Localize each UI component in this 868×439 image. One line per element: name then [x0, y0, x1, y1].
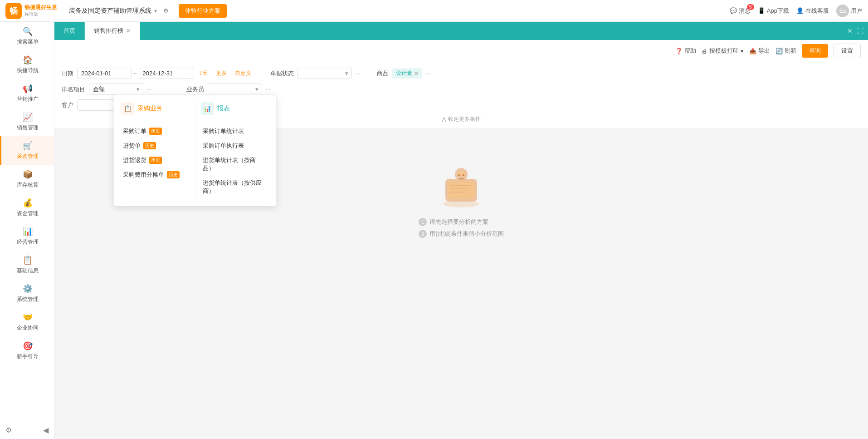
- salesperson-select[interactable]: [208, 84, 262, 95]
- sidebar-item-sales[interactable]: 📈 销售管理: [0, 108, 54, 136]
- sidebar-label-management: 经营管理: [17, 238, 39, 246]
- sidebar-item-marketing[interactable]: 📢 营销推广: [0, 79, 54, 108]
- doc-status-label: 单据状态: [270, 69, 294, 78]
- salesperson-dots[interactable]: ···: [266, 86, 271, 93]
- logo-main-text: 畅捷通好生意: [24, 4, 57, 10]
- tab-sales-ranking[interactable]: 销售排行榜 ✕: [85, 22, 140, 40]
- help-btn[interactable]: ❓ 帮助: [675, 47, 696, 55]
- tip-num-1: 1: [419, 218, 427, 226]
- quick-date-7days[interactable]: 7天: [197, 69, 211, 78]
- system-name-arrow[interactable]: ▾: [154, 8, 157, 14]
- collapse-sidebar-icon[interactable]: ◀: [43, 426, 49, 434]
- sidebar: 🔍 搜索菜单 🏠 快捷导航 📢 营销推广 📈 销售管理 🛒 采购管理 📦 库存核…: [0, 22, 54, 439]
- refresh-icon: 🔄: [775, 48, 783, 54]
- goods-tag-close[interactable]: ✕: [414, 70, 419, 77]
- print-btn[interactable]: 🖨 按模板打印 ▾: [702, 47, 744, 55]
- toolbar: ❓ 帮助 🖨 按模板打印 ▾ 📤 导出 🔄 刷新 查询 设置: [54, 40, 868, 62]
- refresh-btn[interactable]: 🔄 刷新: [775, 47, 796, 55]
- tab-right-actions: ✕ ⛶: [843, 22, 868, 40]
- sidebar-item-inventory[interactable]: 📦 库存核算: [0, 165, 54, 193]
- tab-close-icon[interactable]: ✕: [126, 28, 131, 34]
- sidebar-item-guide[interactable]: 🎯 新手引导: [0, 336, 54, 365]
- sidebar-label-purchase: 采购管理: [17, 153, 39, 160]
- industry-btn[interactable]: 体验行业方案: [179, 4, 227, 18]
- dropdown-item-po[interactable]: 采购订单 历史: [121, 124, 190, 138]
- user-btn[interactable]: Ea 用户: [836, 5, 863, 17]
- dropdown-item-receipt-supplier[interactable]: 进货单统计表（按供应商）: [201, 176, 269, 198]
- logo-area: 畅 畅捷通好生意 标准版: [5, 3, 60, 19]
- expense-history-badge: 历史: [167, 171, 180, 178]
- logo-sub-text: 标准版: [24, 11, 57, 17]
- customer-label: 客户: [62, 101, 73, 109]
- svg-point-5: [458, 174, 460, 176]
- collapse-arrow-icon: ⋀: [442, 116, 446, 123]
- goods-label: 商品: [377, 69, 389, 78]
- sidebar-label-system: 系统管理: [17, 296, 39, 303]
- dropdown-item-expense[interactable]: 采购费用分摊单 历史: [121, 168, 190, 182]
- logo-text-area: 畅捷通好生意 标准版: [24, 4, 57, 17]
- app-download-btn[interactable]: 📱 App下载: [758, 7, 789, 15]
- print-icon: 🖨: [702, 48, 707, 54]
- salesperson-select-wrapper: [208, 84, 262, 95]
- quick-date-more[interactable]: 更多: [213, 69, 229, 78]
- date-label: 日期: [62, 69, 73, 78]
- settings-btn[interactable]: 设置: [834, 44, 861, 58]
- query-btn[interactable]: 查询: [802, 44, 828, 58]
- online-service-btn[interactable]: 👤 在线客服: [796, 7, 829, 15]
- search-icon: 🔍: [23, 26, 33, 36]
- tab-maximize-icon[interactable]: ⛶: [857, 27, 863, 35]
- header-system-name: 装备及固定资产辅助管理系统 ▾ ⚙ 体验行业方案: [69, 4, 730, 18]
- guide-icon: 🎯: [23, 341, 33, 351]
- phone-icon: 📱: [758, 7, 765, 14]
- dropdown-col-purchase: 📋 采购业务 采购订单 历史 进货单 历史: [121, 102, 190, 198]
- dropdown-item-po-exec[interactable]: 采购订单执行表: [201, 138, 269, 153]
- sidebar-label-collab: 企业协同: [17, 324, 39, 332]
- doc-status-select[interactable]: [297, 68, 352, 79]
- online-service-label: 在线客服: [805, 7, 829, 15]
- settings-bottom-icon[interactable]: ⚙: [5, 426, 12, 434]
- export-label: 导出: [758, 47, 770, 55]
- settings-icon-btn[interactable]: ⚙: [160, 5, 172, 17]
- rank-select[interactable]: 金额: [89, 84, 143, 95]
- rank-dots[interactable]: ···: [147, 86, 152, 93]
- empty-tip-1: 1 请先选择要分析的方案: [419, 218, 503, 226]
- collapse-btn[interactable]: ⋀ 收起更多条件: [442, 115, 481, 123]
- dropdown-col-purchase-header: 📋 采购业务: [121, 102, 190, 118]
- base-icon: 📋: [23, 255, 33, 265]
- dropdown-item-receipt[interactable]: 进货单 历史: [121, 138, 190, 153]
- doc-status-dots[interactable]: ···: [356, 70, 361, 77]
- dropdown-item-receipt-goods[interactable]: 进货单统计表（按商品）: [201, 153, 269, 176]
- message-btn[interactable]: 💬 消息 5: [730, 7, 751, 15]
- sidebar-item-management[interactable]: 📊 经营管理: [0, 222, 54, 251]
- sidebar-item-collab[interactable]: 🤝 企业协同: [0, 308, 54, 336]
- dropdown-item-return[interactable]: 进货退货 历史: [121, 153, 190, 168]
- date-separator: ~: [133, 70, 137, 77]
- sidebar-item-nav[interactable]: 🏠 快捷导航: [0, 50, 54, 79]
- sidebar-item-purchase[interactable]: 🛒 采购管理: [0, 136, 54, 165]
- tab-home[interactable]: 首页: [54, 22, 85, 40]
- filter-row-2: 排名项目 金额 ··· 业务员: [62, 84, 861, 95]
- export-btn[interactable]: 📤 导出: [749, 47, 770, 55]
- doc-status-select-wrapper: [297, 68, 352, 79]
- date-start-input[interactable]: [77, 68, 132, 79]
- sidebar-item-search[interactable]: 🔍 搜索菜单: [0, 22, 54, 50]
- empty-tips: 1 请先选择要分析的方案 2 用[过滤]条件来缩小分析范围: [419, 218, 503, 238]
- quick-date-custom[interactable]: 自定义: [232, 69, 254, 78]
- sidebar-item-finance[interactable]: 💰 资金管理: [0, 193, 54, 222]
- receipt-label: 进货单: [123, 142, 141, 150]
- sidebar-label-base: 基础信息: [17, 267, 39, 275]
- goods-dots[interactable]: ···: [426, 70, 431, 77]
- date-end-input[interactable]: [139, 68, 193, 79]
- dropdown-item-po-stats[interactable]: 采购订单统计表: [201, 124, 269, 138]
- tip-text-2: 用[过滤]条件来缩小分析范围: [429, 230, 503, 238]
- collapse-label: 收起更多条件: [448, 115, 481, 123]
- tab-bar: 首页 销售排行榜 ✕ ✕ ⛶: [54, 22, 868, 40]
- dropdown-col-reports: 📊 报表 采购订单统计表 采购订单执行表 进货单统计表（按商品）: [201, 102, 269, 198]
- tab-close-window-icon[interactable]: ✕: [847, 27, 853, 35]
- svg-point-6: [463, 174, 464, 176]
- sidebar-item-base[interactable]: 📋 基础信息: [0, 251, 54, 279]
- salesperson-filter: 业务员 ···: [186, 84, 271, 95]
- sidebar-item-system[interactable]: ⚙️ 系统管理: [0, 279, 54, 308]
- empty-illustration: [434, 165, 488, 211]
- marketing-icon: 📢: [23, 84, 33, 94]
